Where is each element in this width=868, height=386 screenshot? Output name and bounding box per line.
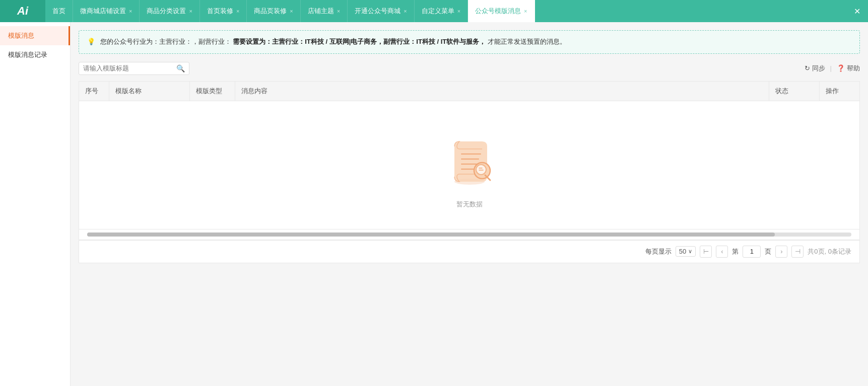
col-status: 状态 [769,81,820,101]
tab-product-decor[interactable]: 商品页装修× [247,0,300,22]
tab-open-mall[interactable]: 开通公众号商城× [348,0,414,22]
prev-page-button[interactable]: ‹ [716,246,728,258]
help-icon: ❓ [837,64,845,72]
banner-prefix: 您的公众号行业为：主营行业：，副营行业： [100,38,231,45]
lightbulb-icon: 💡 [87,38,95,45]
tab-shop-theme[interactable]: 店铺主题× [301,0,348,22]
page-unit: 页 [765,247,771,256]
brand-logo: Ai [0,0,45,22]
col-content: 消息内容 [235,81,769,101]
topbar: Ai 首页微商城店铺设置×商品分类设置×首页装修×商品页装修×店铺主题×开通公众… [0,0,868,22]
next-page-button[interactable]: › [775,246,787,258]
page-size-select[interactable]: 50 ∨ [676,246,696,257]
first-page-button[interactable]: ⊢ [700,246,712,258]
sidebar-item-template-msg-log[interactable]: 模版消息记录 [0,45,70,64]
tab-home[interactable]: 首页 [45,0,73,22]
sidebar: 模版消息模版消息记录 [0,22,71,386]
per-page-label: 每页显示 [645,247,672,256]
tab-close-open-mall[interactable]: × [404,8,407,14]
tab-custom-menu[interactable]: 自定义菜单× [415,0,468,22]
tab-close-category[interactable]: × [189,8,192,14]
sync-label: 同步 [812,64,825,73]
help-label: 帮助 [847,64,860,73]
help-button[interactable]: ❓ 帮助 [837,64,860,73]
toolbar-divider: | [830,64,832,72]
window-close-button[interactable]: ✕ [846,0,868,22]
page-number-input[interactable] [743,246,761,258]
empty-icon [439,131,500,192]
scrollbar-container [79,229,860,240]
scrollbar-thumb[interactable] [87,233,775,237]
tab-close-wechat-shop[interactable]: × [129,8,132,14]
empty-state: 暂无数据 [79,101,860,229]
col-index: 序号 [79,81,109,101]
tab-close-product-decor[interactable]: × [290,8,293,14]
sidebar-item-template-msg[interactable]: 模版消息 [0,26,70,45]
tab-category[interactable]: 商品分类设置× [140,0,199,22]
search-input[interactable] [83,64,176,72]
banner-highlight: 需要设置为：主营行业：IT科技 / 互联网|电子商务，副营行业：IT科技 / I… [233,38,486,45]
banner-suffix: 才能正常发送预置的消息。 [488,38,566,45]
tab-close-custom-menu[interactable]: × [457,8,460,14]
tab-close-homepage-decor[interactable]: × [236,8,239,14]
search-bar: 🔍 ↻ 同步 | ❓ 帮助 [79,62,860,75]
main-layout: 模版消息模版消息记录 💡 您的公众号行业为：主营行业：，副营行业： 需要设置为：… [0,22,868,386]
data-table: 序号模版名称模版类型消息内容状态操作 [79,81,860,101]
search-input-wrap: 🔍 [79,62,189,75]
tab-list: 首页微商城店铺设置×商品分类设置×首页装修×商品页装修×店铺主题×开通公众号商城… [45,0,846,22]
tab-template-msg[interactable]: 公众号模版消息× [468,0,535,22]
chevron-down-icon: ∨ [688,248,692,255]
empty-text: 暂无数据 [79,200,859,209]
col-action: 操作 [820,81,860,101]
info-banner: 💡 您的公众号行业为：主营行业：，副营行业： 需要设置为：主营行业：IT科技 /… [79,30,860,54]
page-size-value: 50 [679,248,686,255]
pagination: 每页显示 50 ∨ ⊢ ‹ 第 页 › ⊣ 共0页, 0条记录 [79,240,860,263]
col-name: 模版名称 [109,81,190,101]
page-label: 第 [732,247,739,256]
tab-wechat-shop[interactable]: 微商城店铺设置× [73,0,140,22]
sync-button[interactable]: ↻ 同步 [805,64,825,73]
search-icon[interactable]: 🔍 [176,64,185,72]
content-area: 💡 您的公众号行业为：主营行业：，副营行业： 需要设置为：主营行业：IT科技 /… [71,22,868,386]
sync-icon: ↻ [805,64,810,72]
last-page-button[interactable]: ⊣ [791,246,804,258]
toolbar-right: ↻ 同步 | ❓ 帮助 [805,64,860,73]
total-info: 共0页, 0条记录 [808,247,851,256]
col-type: 模版类型 [190,81,235,101]
svg-point-6 [476,165,486,175]
tab-close-template-msg[interactable]: × [524,8,527,14]
tab-close-shop-theme[interactable]: × [337,8,340,14]
scrollbar-track[interactable] [87,233,851,237]
tab-homepage-decor[interactable]: 首页装修× [200,0,247,22]
